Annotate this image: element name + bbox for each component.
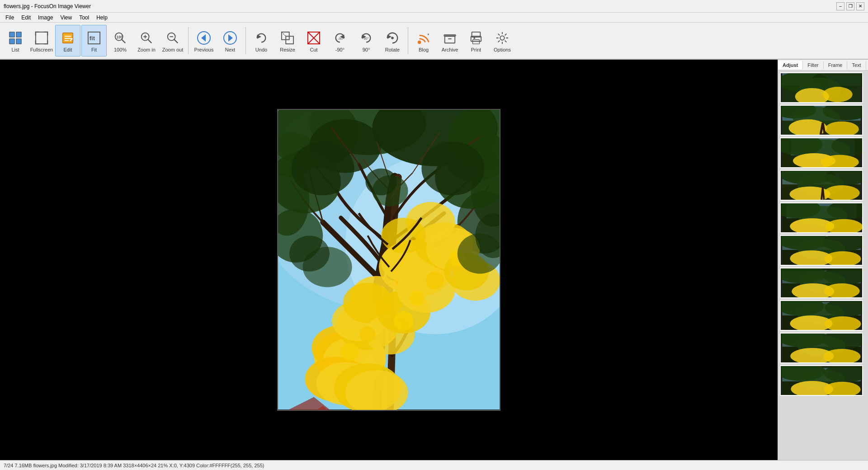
undo-button[interactable]: Undo <box>249 25 274 56</box>
svg-text:fit: fit <box>90 35 95 42</box>
svg-rect-4 <box>36 32 47 44</box>
resize-label: Resize <box>280 47 295 52</box>
thumbnail-item[interactable] <box>780 137 863 168</box>
rotate-neg90-label: -90° <box>335 47 344 52</box>
svg-rect-47 <box>473 38 475 39</box>
fullscreen-icon <box>33 30 50 46</box>
svg-point-86 <box>341 343 359 361</box>
rotate-icon <box>384 30 401 46</box>
svg-marker-26 <box>257 34 261 38</box>
main-image <box>277 109 500 411</box>
list-label: List <box>11 47 19 52</box>
edit-icon <box>60 30 76 46</box>
thumbnail-item[interactable] <box>780 333 863 363</box>
rotate-pos90-icon: 90° <box>358 30 374 46</box>
edit-label: Edit <box>64 47 72 52</box>
menu-image[interactable]: Image <box>34 14 57 22</box>
svg-point-92 <box>410 291 425 306</box>
blog-button[interactable]: Blog <box>411 25 436 56</box>
svg-marker-37 <box>387 34 392 38</box>
svg-marker-40 <box>427 34 429 36</box>
thumbnail-list[interactable] <box>778 70 868 460</box>
svg-rect-2 <box>9 39 14 44</box>
zoomin-icon <box>138 30 155 46</box>
tab-exif[interactable]: EXIF <box>866 61 868 69</box>
title-buttons: – ❐ ✕ <box>836 2 864 10</box>
edit-button[interactable]: Edit <box>55 25 80 56</box>
toolbar-separator-2 <box>245 27 246 54</box>
svg-point-102 <box>289 235 330 271</box>
previous-button[interactable]: Previous <box>191 25 217 56</box>
menu-file[interactable]: File <box>2 14 18 22</box>
menu-tool[interactable]: Tool <box>75 14 93 22</box>
svg-point-87 <box>360 326 376 343</box>
zoomin-label: Zoom in <box>137 47 156 52</box>
archive-button[interactable]: Archive <box>437 25 462 56</box>
svg-point-96 <box>421 141 484 195</box>
blog-icon <box>415 30 432 46</box>
fullscreen-button[interactable]: Fullscreen <box>29 25 54 56</box>
thumbnail-item[interactable] <box>780 202 863 233</box>
toolbar-separator-3 <box>408 27 408 54</box>
next-label: Next <box>225 47 236 52</box>
zoom100-button[interactable]: 100 100% <box>108 25 133 56</box>
svg-rect-0 <box>9 32 14 37</box>
thumbnail-item[interactable] <box>780 365 863 396</box>
menu-help[interactable]: Help <box>93 14 111 22</box>
thumbnail-item[interactable] <box>780 235 863 266</box>
svg-point-91 <box>374 301 388 314</box>
close-button[interactable]: ✕ <box>856 2 864 10</box>
toolbar-separator-1 <box>188 27 189 54</box>
zoomout-icon <box>165 30 181 46</box>
fit-button[interactable]: fit Fit <box>81 25 107 56</box>
rotate-neg90-button[interactable]: -90° -90° <box>327 25 353 56</box>
fullscreen-label: Fullscreen <box>30 47 53 52</box>
undo-label: Undo <box>255 47 267 52</box>
svg-point-39 <box>418 41 421 44</box>
previous-icon <box>196 30 212 46</box>
thumbnail-item[interactable] <box>780 105 863 136</box>
zoom100-icon: 100 <box>112 30 128 46</box>
options-button[interactable]: Options <box>490 25 515 56</box>
zoomout-button[interactable]: Zoom out <box>160 25 185 56</box>
menu-view[interactable]: View <box>57 14 75 22</box>
archive-label: Archive <box>442 47 458 52</box>
resize-button[interactable]: Resize <box>275 25 300 56</box>
rotate-button[interactable]: Rotate <box>380 25 405 56</box>
svg-point-88 <box>394 311 414 331</box>
thumbnail-item[interactable] <box>780 300 863 331</box>
tab-filter[interactable]: Filter <box>803 61 823 69</box>
fit-icon: fit <box>86 30 102 46</box>
svg-point-95 <box>292 141 354 195</box>
svg-marker-25 <box>228 34 233 42</box>
cut-label: Cut <box>310 47 317 52</box>
thumbnail-item[interactable] <box>780 72 863 103</box>
thumbnail-item[interactable] <box>780 170 863 201</box>
tab-text[interactable]: Text <box>847 61 866 69</box>
resize-icon <box>279 30 296 46</box>
rotate-pos90-button[interactable]: 90° 90° <box>354 25 379 56</box>
print-button[interactable]: Print <box>463 25 489 56</box>
restore-button[interactable]: ❐ <box>846 2 854 10</box>
print-label: Print <box>471 47 481 52</box>
rotate-pos90-label: 90° <box>363 47 370 52</box>
svg-text:100: 100 <box>117 35 123 39</box>
svg-point-85 <box>381 218 426 254</box>
cut-button[interactable]: Cut <box>301 25 326 56</box>
title-text: flowers.jpg - FocusOn Image Viewer <box>4 3 91 9</box>
list-button[interactable]: List <box>3 25 28 56</box>
svg-point-38 <box>391 37 394 39</box>
previous-label: Previous <box>194 47 214 52</box>
tab-adjust[interactable]: Adjust <box>778 61 803 69</box>
svg-point-111 <box>823 87 853 102</box>
thumbnail-item[interactable] <box>780 268 863 298</box>
menu-edit[interactable]: Edit <box>18 14 34 22</box>
next-button[interactable]: Next <box>217 25 243 56</box>
minimize-button[interactable]: – <box>836 2 844 10</box>
svg-rect-1 <box>16 32 21 37</box>
tab-frame[interactable]: Frame <box>824 61 848 69</box>
panel-tabs: Adjust Filter Frame Text EXIF <box>778 60 868 70</box>
viewer-area[interactable] <box>0 60 778 460</box>
zoomin-button[interactable]: Zoom in <box>134 25 159 56</box>
svg-line-16 <box>148 39 151 43</box>
